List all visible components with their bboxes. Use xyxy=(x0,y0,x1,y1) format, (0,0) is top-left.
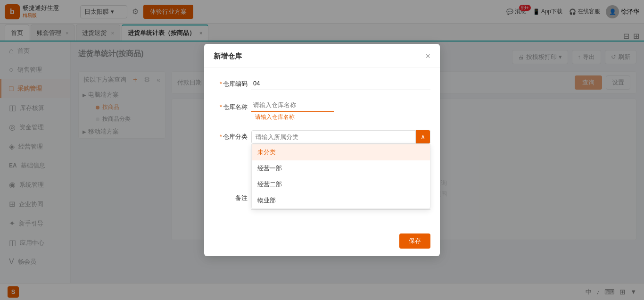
modal-title: 新增仓库 xyxy=(214,52,242,61)
dropdown-item-uncategorized[interactable]: 未分类 xyxy=(252,144,430,160)
name-error-msg: 请输入仓库名称 xyxy=(214,113,295,121)
dropdown-item-dept3[interactable]: 物业部 xyxy=(252,192,430,208)
dropdown-item-dept1[interactable]: 经营一部 xyxy=(252,160,430,176)
modal-body: 仓库编码 仓库名称 请输入仓库名称 仓库分类 ∧ xyxy=(204,67,440,228)
new-warehouse-modal: 新增仓库 × 仓库编码 仓库名称 请输入仓库名称 仓库分类 xyxy=(204,44,440,256)
category-input[interactable] xyxy=(251,130,416,144)
modal-footer: 保存 xyxy=(204,228,440,256)
code-input[interactable] xyxy=(251,77,430,90)
modal-header: 新增仓库 × xyxy=(204,44,440,67)
category-toggle-button[interactable]: ∧ xyxy=(416,130,430,144)
category-field-row: 仓库分类 ∧ 未分类 经营一部 经营二部 物业部 xyxy=(214,130,430,144)
modal-close-button[interactable]: × xyxy=(425,51,430,61)
save-button[interactable]: 保存 xyxy=(399,233,430,249)
category-dropdown: 未分类 经营一部 经营二部 物业部 xyxy=(251,144,430,209)
name-input[interactable] xyxy=(251,99,334,112)
code-label: 仓库编码 xyxy=(214,77,251,88)
category-label: 仓库分类 xyxy=(214,130,251,141)
name-label: 仓库名称 xyxy=(214,100,251,111)
note-label: 备注 xyxy=(214,191,251,202)
code-field-row: 仓库编码 xyxy=(214,77,430,90)
name-field-row: 仓库名称 请输入仓库名称 xyxy=(214,99,430,121)
modal-overlay: 新增仓库 × 仓库编码 仓库名称 请输入仓库名称 仓库分类 xyxy=(0,0,644,300)
dropdown-item-dept2[interactable]: 经营二部 xyxy=(252,176,430,192)
